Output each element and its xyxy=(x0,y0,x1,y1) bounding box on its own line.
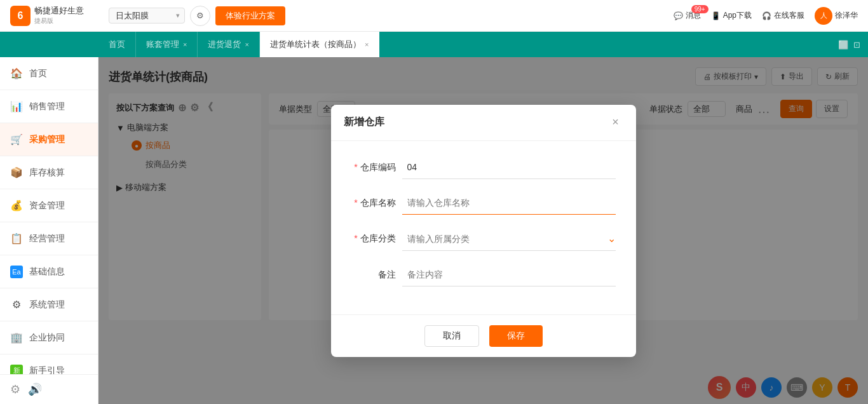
operation-icon: 📋 xyxy=(10,232,23,245)
app-download-label: App下载 xyxy=(723,10,752,21)
message-badge: 99+ xyxy=(691,5,709,13)
form-row-name: 仓库名称 xyxy=(351,192,616,215)
code-input[interactable] xyxy=(402,156,616,179)
sidebar-system-label: 系统管理 xyxy=(29,299,65,311)
sidebar-inventory-label: 库存核算 xyxy=(29,167,65,178)
tab-purchase-return-label: 进货退货 xyxy=(208,39,241,50)
sidebar-item-basic[interactable]: Ea 基础信息 xyxy=(0,255,98,288)
header-search-area: 日太阳膜 ⚙ 体验行业方案 xyxy=(109,6,674,26)
app-name: 畅捷通好生意 xyxy=(34,6,84,17)
tab-account-label: 账套管理 xyxy=(146,39,179,50)
header-right: 💬 消息 99+ 📱 App下载 🎧 在线客服 人 徐泽华 xyxy=(674,7,858,25)
sidebar-enterprise-label: 企业协同 xyxy=(29,332,65,344)
finance-icon: 💰 xyxy=(10,199,23,212)
code-label: 仓库编码 xyxy=(351,162,402,173)
warehouse-search-select[interactable]: 日太阳膜 xyxy=(109,8,185,24)
sidebar-item-enterprise[interactable]: 🏢 企业协同 xyxy=(0,321,98,354)
sidebar-item-operation[interactable]: 📋 经营管理 xyxy=(0,222,98,255)
category-dropdown-icon[interactable]: ⌄ xyxy=(607,232,616,245)
sidebar-basic-label: 基础信息 xyxy=(29,266,65,278)
settings-button[interactable]: ⚙ xyxy=(190,6,210,26)
sidebar-bottom: ⚙ 🔊 xyxy=(0,374,98,404)
sidebar: 🏠 首页 📊 销售管理 🛒 采购管理 📦 库存核算 💰 资金管理 📋 经营管理 … xyxy=(0,57,98,404)
logo-area: 6 畅捷通好生意 捷易版 xyxy=(10,6,109,26)
sidebar-operation-label: 经营管理 xyxy=(29,233,65,245)
sidebar-sales-label: 销售管理 xyxy=(29,101,65,112)
category-select-wrap: ⌄ xyxy=(402,227,616,251)
save-button[interactable]: 保存 xyxy=(489,325,543,347)
tab-purchase-return-close[interactable]: × xyxy=(245,41,248,48)
sidebar-item-inventory[interactable]: 📦 库存核算 xyxy=(0,156,98,189)
modal-header: 新增仓库 × xyxy=(331,105,636,141)
sidebar-item-system[interactable]: ⚙ 系统管理 xyxy=(0,288,98,321)
sidebar-finance-label: 资金管理 xyxy=(29,200,65,212)
category-input[interactable] xyxy=(402,227,607,250)
sidebar-item-home[interactable]: 🏠 首页 xyxy=(0,57,98,90)
sidebar-settings-icon[interactable]: ⚙ xyxy=(10,382,20,396)
app-download-button[interactable]: 📱 App下载 xyxy=(711,10,752,21)
remark-input[interactable] xyxy=(402,264,616,286)
content-area: 进货单统计(按商品) 🖨 按模板打印 ▾ ⬆ 导出 ↻ 刷新 xyxy=(98,57,868,404)
tab-home-label: 首页 xyxy=(109,39,125,50)
tab-minimize-icon[interactable]: ⬜ xyxy=(838,40,848,50)
trial-industry-button[interactable]: 体验行业方案 xyxy=(215,6,285,25)
name-input[interactable] xyxy=(402,192,616,215)
tab-purchase-return[interactable]: 进货退货 × xyxy=(198,32,259,57)
new-warehouse-modal: 新增仓库 × 仓库编码 仓库名称 仓库分类 xyxy=(331,105,636,357)
tab-bar: 首页 账套管理 × 进货退货 × 进货单统计表（按商品） × ⬜ ⊡ xyxy=(0,32,868,57)
search-select-wrap[interactable]: 日太阳膜 xyxy=(109,8,185,24)
purchase-icon: 🛒 xyxy=(10,133,23,146)
modal-footer: 取消 保存 xyxy=(331,314,636,357)
tab-purchase-stats-close[interactable]: × xyxy=(365,41,369,48)
top-header: 6 畅捷通好生意 捷易版 日太阳膜 ⚙ 体验行业方案 💬 消息 99+ 📱 Ap… xyxy=(0,0,868,32)
sidebar-item-finance[interactable]: 💰 资金管理 xyxy=(0,189,98,222)
inventory-icon: 📦 xyxy=(10,166,23,179)
enterprise-icon: 🏢 xyxy=(10,332,23,344)
name-label: 仓库名称 xyxy=(351,198,402,209)
main-layout: 🏠 首页 📊 销售管理 🛒 采购管理 📦 库存核算 💰 资金管理 📋 经营管理 … xyxy=(0,57,868,404)
sidebar-purchase-label: 采购管理 xyxy=(29,134,65,145)
sidebar-volume-icon[interactable]: 🔊 xyxy=(28,382,42,396)
cancel-button[interactable]: 取消 xyxy=(424,325,479,347)
tab-purchase-stats[interactable]: 进货单统计表（按商品） × xyxy=(260,32,379,57)
tab-home[interactable]: 首页 xyxy=(98,32,136,57)
form-row-category: 仓库分类 ⌄ xyxy=(351,227,616,251)
username: 徐泽华 xyxy=(835,10,858,21)
sidebar-home-label: 首页 xyxy=(29,68,47,79)
tab-account-close[interactable]: × xyxy=(183,41,187,48)
modal-overlay: 新增仓库 × 仓库编码 仓库名称 仓库分类 xyxy=(98,57,868,404)
tab-maximize-icon[interactable]: ⊡ xyxy=(853,40,860,50)
user-avatar: 人 xyxy=(815,7,832,25)
app-edition: 捷易版 xyxy=(34,17,84,25)
modal-body: 仓库编码 仓库名称 仓库分类 ⌄ xyxy=(331,141,636,314)
tab-purchase-stats-label: 进货单统计表（按商品） xyxy=(270,39,361,50)
user-menu[interactable]: 人 徐泽华 xyxy=(815,7,858,25)
home-icon: 🏠 xyxy=(10,67,23,80)
basic-icon: Ea xyxy=(10,266,23,278)
remark-label: 备注 xyxy=(351,269,402,281)
message-button[interactable]: 💬 消息 99+ xyxy=(674,10,701,21)
app-logo-icon: 6 xyxy=(10,6,31,26)
tab-account-management[interactable]: 账套管理 × xyxy=(136,32,198,57)
form-row-code: 仓库编码 xyxy=(351,156,616,179)
tab-controls: ⬜ ⊡ xyxy=(838,40,868,50)
sidebar-item-sales[interactable]: 📊 销售管理 xyxy=(0,90,98,123)
online-service-button[interactable]: 🎧 在线客服 xyxy=(762,10,804,21)
modal-title: 新增仓库 xyxy=(344,116,384,129)
form-row-remark: 备注 xyxy=(351,264,616,286)
header-action-icons: ⚙ xyxy=(190,6,210,26)
message-icon: 💬 xyxy=(674,11,683,20)
mobile-icon: 📱 xyxy=(711,11,721,20)
headset-icon: 🎧 xyxy=(762,11,771,20)
system-icon: ⚙ xyxy=(10,299,23,311)
category-label: 仓库分类 xyxy=(351,233,402,245)
online-service-label: 在线客服 xyxy=(774,10,804,21)
sidebar-item-purchase[interactable]: 🛒 采购管理 xyxy=(0,123,98,156)
sales-icon: 📊 xyxy=(10,100,23,113)
modal-close-button[interactable]: × xyxy=(608,115,623,130)
